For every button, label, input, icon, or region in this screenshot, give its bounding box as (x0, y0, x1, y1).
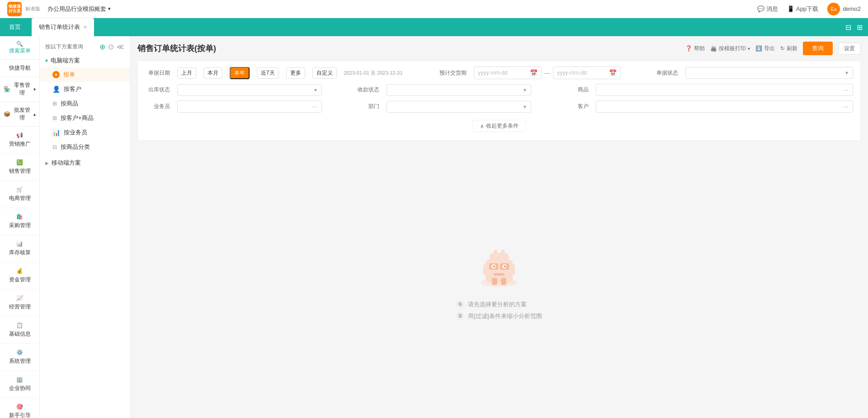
right-panel: 销售订单统计表(按单) ❓ 帮助 🖨️ 按模板打印 ▾ ⬇️ 导出 (130, 36, 868, 418)
date-shortcut-this-month[interactable]: 本月 (203, 67, 222, 79)
user-profile[interactable]: Ea demo2 (827, 3, 861, 15)
payment-status-label: 收款状态 (354, 86, 379, 94)
doc-status-select[interactable]: ▾ (685, 67, 853, 79)
svg-point-11 (504, 266, 506, 267)
settings-btn[interactable]: 设置 (838, 43, 861, 55)
sidebar-item-system[interactable]: ⚙️ 系统管理 (0, 344, 39, 371)
sidebar-quick-nav[interactable]: 快捷导航 (0, 60, 39, 77)
svg-rect-12 (494, 273, 505, 276)
department-select[interactable]: ▾ (387, 101, 531, 113)
tab-bar: 首页 销售订单统计表 × ⊟ ⊞ (0, 18, 868, 36)
scheme-item-customer-product[interactable]: ⊞ 按客户+商品 (40, 111, 130, 125)
top-bar-left: 畅捷通好生意 标准版 办公用品行业模拟账套 ▾ (7, 2, 111, 16)
mobile-arrow: ▶ (45, 161, 49, 166)
empty-illustration (472, 237, 526, 291)
edit-scheme-icon[interactable]: ⊙ (108, 43, 114, 51)
help-btn[interactable]: ❓ 帮助 (685, 45, 705, 52)
date-shortcut-last-month[interactable]: 上月 (177, 67, 196, 79)
marketing-icon: 📢 (16, 132, 23, 138)
date-shortcut-this-year[interactable]: 本年 (230, 67, 250, 79)
empty-state: ① 请先选择要分析的方案 ② 用[过滤]条件来缩小分析范围 (137, 144, 861, 413)
customer-select[interactable]: ··· (596, 100, 853, 113)
sidebar-item-inventory[interactable]: 📊 库存核算 (0, 235, 39, 262)
pc-section-title[interactable]: ▾ 电脑端方案 (40, 54, 130, 67)
page-title-row: 销售订单统计表(按单) ❓ 帮助 🖨️ 按模板打印 ▾ ⬇️ 导出 (137, 42, 861, 55)
sidebar-item-finance[interactable]: 💰 资金管理 (0, 262, 39, 290)
out-status-select[interactable]: ▾ (177, 84, 322, 96)
date-shortcut-7days[interactable]: 近7天 (257, 67, 279, 79)
scheme-item-order[interactable]: ● 按单 (40, 67, 130, 82)
svg-rect-14 (494, 250, 497, 254)
expected-delivery-range: yyyy-mm-dd 📅 — yyyy-mm-dd 📅 (474, 66, 621, 79)
newbie-icon: 🎯 (16, 404, 23, 410)
collapse-panel-icon[interactable]: ≪ (117, 43, 124, 51)
active-scheme-badge: ● (52, 71, 60, 78)
calendar-end-icon: 📅 (609, 69, 617, 76)
sidebar-item-basic[interactable]: 📋 基础信息 (0, 317, 39, 344)
template-print-btn[interactable]: 🖨️ 按模板打印 ▾ (710, 45, 750, 52)
expected-delivery-end[interactable]: yyyy-mm-dd 📅 (553, 66, 621, 79)
section-arrow: ▾ (45, 57, 48, 64)
chevron-down-icon: ▾ (108, 6, 111, 12)
sidebar-search[interactable]: 🔍 搜索菜单 (0, 36, 39, 60)
salesman-dots-icon: ··· (312, 103, 317, 110)
top-bar: 畅捷通好生意 标准版 办公用品行业模拟账套 ▾ 💬 消息 📱 App下载 Ea … (0, 0, 868, 18)
out-status-label: 出库状态 (145, 86, 170, 94)
app-download-btn[interactable]: 📱 App下载 (787, 5, 818, 13)
filter-row-3: 业务员 ··· 部门 ▾ 客户 ··· (145, 100, 853, 113)
scheme-item-product[interactable]: ⊞ 按商品 (40, 96, 130, 111)
help-icon: ❓ (685, 45, 692, 52)
add-scheme-icon[interactable]: ⊕ (99, 43, 105, 51)
calendar-start-icon: 📅 (530, 69, 538, 76)
tab-home[interactable]: 首页 (0, 18, 30, 36)
date-shortcut-more[interactable]: 更多 (286, 67, 305, 79)
doc-status-label: 单据状态 (653, 69, 678, 77)
salesman-select[interactable]: ··· (177, 100, 322, 113)
scheme-item-customer[interactable]: 👤 按客户 (40, 82, 130, 96)
product-select[interactable]: ··· (596, 84, 853, 96)
collapse-btn[interactable]: ∧ 收起更多条件 (472, 120, 526, 132)
sidebar-item-marketing[interactable]: 📢 营销推广 (0, 127, 39, 154)
sidebar-item-retail[interactable]: 🏪 零售管理 ▾ (0, 77, 39, 102)
sidebar-item-enterprise[interactable]: 🏢 企业协同 (0, 371, 39, 398)
minimize-icon[interactable]: ⊟ (845, 23, 851, 32)
expected-delivery-start[interactable]: yyyy-mm-dd 📅 (474, 66, 542, 79)
payment-status-select[interactable]: ▾ (387, 84, 531, 96)
svg-rect-1 (486, 260, 513, 282)
sidebar-item-sales[interactable]: 💹 销售管理 (0, 154, 39, 181)
scheme-item-product-category[interactable]: ⊟ 按商品分类 (40, 140, 130, 154)
left-panel: 按以下方案查询 ⊕ ⊙ ≪ ▾ 电脑端方案 ● 按单 👤 (40, 36, 130, 418)
export-btn[interactable]: ⬇️ 导出 (755, 45, 775, 52)
product-scheme-icon: ⊞ (52, 100, 57, 107)
chevron-icon: ▾ (33, 87, 36, 92)
svg-rect-13 (489, 253, 509, 262)
scheme-item-salesman[interactable]: 📊 按业务员 (40, 125, 130, 140)
query-btn[interactable]: 查询 (803, 42, 833, 55)
sidebar-item-wholesale[interactable]: 📦 批发管理 ▴ (0, 102, 39, 127)
date-shortcut-custom[interactable]: 自定义 (312, 67, 337, 79)
filter-row-2: 出库状态 ▾ 收款状态 ▾ (145, 84, 853, 96)
panel-header-actions: ⊕ ⊙ ≪ (99, 43, 124, 51)
filter-area: 单据日期 上月 本月 本年 近7天 更多 自定义 2023-01-01 至 20… (137, 61, 861, 141)
message-btn[interactable]: 💬 消息 (757, 5, 778, 13)
sidebar-item-newbie[interactable]: 🎯 新手引导 (0, 398, 39, 418)
product-cat-scheme-icon: ⊟ (52, 144, 57, 150)
wholesale-icon: 📦 (4, 111, 10, 117)
tab-close-icon[interactable]: × (84, 24, 87, 30)
enterprise-icon: 🏢 (16, 376, 23, 383)
system-icon: ⚙️ (16, 349, 23, 356)
print-icon: 🖨️ (710, 45, 717, 52)
customer-label: 客户 (564, 103, 589, 110)
refresh-btn[interactable]: ↻ 刷新 (780, 45, 797, 52)
maximize-icon[interactable]: ⊞ (857, 23, 863, 32)
sidebar-item-ecom[interactable]: 🛒 电商管理 (0, 181, 39, 208)
sidebar-item-purchase[interactable]: 🛍️ 采购管理 (0, 208, 39, 235)
svg-rect-4 (483, 264, 488, 276)
tab-sales-order[interactable]: 销售订单统计表 × (32, 18, 94, 36)
mobile-section-title[interactable]: ▶ 移动端方案 (40, 156, 130, 170)
print-dropdown-icon: ▾ (748, 46, 750, 51)
panel-header-label: 按以下方案查询 (45, 43, 83, 51)
account-dropdown[interactable]: 办公用品行业模拟账套 ▾ (47, 5, 111, 13)
sidebar-item-operation[interactable]: 📈 经营管理 (0, 290, 39, 317)
page-actions: ❓ 帮助 🖨️ 按模板打印 ▾ ⬇️ 导出 ↻ 刷新 (685, 42, 861, 55)
